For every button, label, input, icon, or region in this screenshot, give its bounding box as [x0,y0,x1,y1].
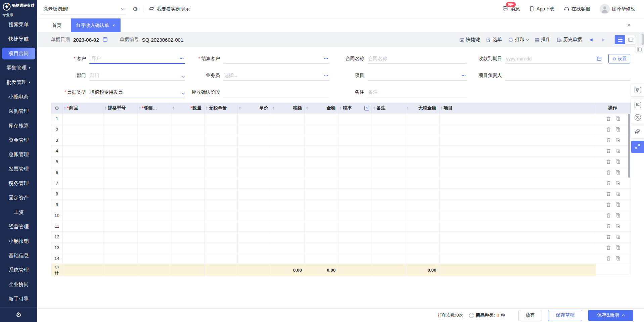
cell-price_notax[interactable] [204,221,238,232]
cell-note[interactable] [372,167,406,178]
cell-amount[interactable] [305,135,338,146]
sidebar-item-9[interactable]: 总账管理 [0,147,37,162]
customer-lookup-icon[interactable]: ⋯ [180,56,185,61]
row-number[interactable]: 9 [51,199,63,210]
cell-qty[interactable] [171,178,204,189]
row-number[interactable]: 4 [51,146,63,156]
sidebar-item-6[interactable]: 采购管理 [0,104,37,119]
page-scrollbar[interactable] [642,34,644,45]
column-header-spec[interactable]: ▲▼规格型号 [103,103,138,113]
draft-list-button[interactable]: 草 [631,84,644,96]
row-number[interactable]: 13 [51,242,63,253]
prev-doc-icon[interactable]: ◀ [590,38,593,42]
sort-icon[interactable]: ▲▼ [373,106,375,110]
expand-button[interactable] [631,141,644,153]
row-number[interactable]: 3 [51,135,63,146]
sort-icon[interactable]: ▲▼ [139,106,141,110]
cell-product[interactable] [63,113,103,124]
row-number[interactable]: 1 [51,113,63,124]
project-leader-field[interactable] [505,71,630,81]
cell-amount[interactable] [305,178,338,189]
pick-order-button[interactable]: 选单 [486,37,502,43]
cell-note[interactable] [372,199,406,210]
cell-sales[interactable] [138,242,171,253]
copy-row-icon[interactable] [615,116,620,121]
sidebar-item-12[interactable]: 固定资产 [0,191,37,205]
print-button[interactable]: 打印 [508,37,528,43]
cell-price_notax[interactable] [204,189,238,199]
cell-sales[interactable] [138,253,171,264]
cell-amount_notax[interactable] [406,178,439,189]
cell-tax[interactable] [271,113,305,124]
sidebar-item-0[interactable]: 搜索菜单 [0,17,37,32]
project-lookup-icon[interactable]: ⋯ [462,73,467,78]
cell-product[interactable] [63,253,103,264]
row-number[interactable]: 7 [51,178,63,189]
cell-tax_rate[interactable] [338,146,372,156]
cell-sales[interactable] [138,167,171,178]
cell-price[interactable] [238,253,271,264]
panel-toggle-button[interactable] [636,46,643,53]
sidebar-item-18[interactable]: 企业协同 [0,277,37,292]
column-header-sales[interactable]: ▲▼*销售... [138,103,171,113]
row-number[interactable]: 10 [51,210,63,221]
cell-sales[interactable] [138,113,171,124]
cell-spec[interactable] [103,210,138,221]
copy-row-icon[interactable] [615,170,620,175]
cell-price_notax[interactable] [204,156,238,167]
cell-tax_rate[interactable] [338,210,372,221]
cell-note[interactable] [372,113,406,124]
cell-tax[interactable] [271,242,305,253]
row-number[interactable]: 2 [51,124,63,135]
cell-qty[interactable] [171,189,204,199]
cell-price[interactable] [238,135,271,146]
account-selector[interactable]: 徐老板勿删! [41,4,126,15]
delete-row-icon[interactable] [606,127,611,132]
debt-query-button[interactable]: 欠 [631,111,644,124]
receivable-stage-field[interactable] [223,87,329,97]
cell-project[interactable] [439,242,596,253]
sidebar-item-7[interactable]: 库存核算 [0,119,37,133]
cell-amount_notax[interactable] [406,167,439,178]
cell-price[interactable] [238,178,271,189]
salesman-field[interactable]: 选择... ⋯ [223,71,329,81]
discard-button[interactable]: 放弃 [518,310,542,321]
cell-qty[interactable] [171,199,204,210]
copy-row-icon[interactable] [615,127,620,132]
sidebar-item-1[interactable]: 快捷导航 [0,32,37,46]
row-number[interactable]: 11 [51,221,63,232]
cell-tax_rate[interactable] [338,178,372,189]
cell-price_notax[interactable] [204,253,238,264]
row-number[interactable]: 5 [51,156,63,167]
department-field[interactable]: 部门 [89,71,185,81]
cell-amount_notax[interactable] [406,253,439,264]
copy-row-icon[interactable] [615,213,620,218]
sort-icon[interactable]: ▲▼ [205,106,208,110]
cell-tax[interactable] [271,178,305,189]
cell-project[interactable] [439,189,596,199]
cell-qty[interactable] [171,242,204,253]
delete-row-icon[interactable] [606,181,611,186]
cell-product[interactable] [63,178,103,189]
save-and-new-button[interactable]: 保存&新增 [588,310,633,321]
column-header-price[interactable]: ▲▼单价 [238,103,271,113]
sidebar-item-16[interactable]: 基础信息 [0,248,37,263]
cell-amount[interactable] [305,232,338,242]
cell-spec[interactable] [103,124,138,135]
shortcut-keys-button[interactable]: 快捷键 [459,37,480,43]
cell-amount[interactable] [305,113,338,124]
cell-spec[interactable] [103,199,138,210]
column-settings-gear-icon[interactable]: ⚙ [51,103,63,113]
cell-project[interactable] [439,156,596,167]
cell-sales[interactable] [138,146,171,156]
salesman-lookup-icon[interactable]: ⋯ [324,73,329,78]
tab-close-icon[interactable]: × [112,23,115,28]
cell-qty[interactable] [171,156,204,167]
cell-price_notax[interactable] [204,135,238,146]
cell-price_notax[interactable] [204,199,238,210]
delete-row-icon[interactable] [606,234,611,239]
cell-sales[interactable] [138,178,171,189]
cell-sales[interactable] [138,221,171,232]
delete-row-icon[interactable] [606,170,611,175]
sort-icon[interactable]: ▲▼ [239,106,241,110]
